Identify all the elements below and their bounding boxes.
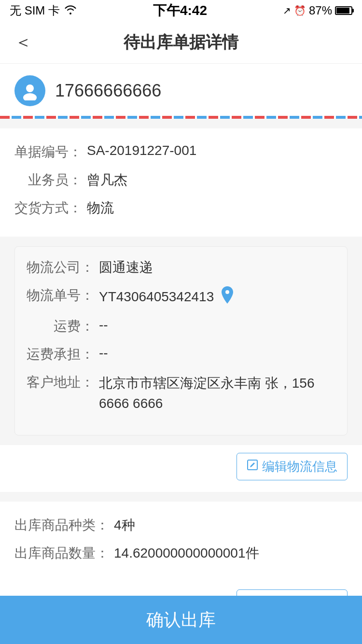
- edit-logistics-button[interactable]: 编辑物流信息: [237, 453, 348, 480]
- wifi-icon: [64, 4, 77, 17]
- delivery-label: 交货方式：: [14, 199, 82, 217]
- delivery-value: 物流: [87, 199, 348, 217]
- status-left: 无 SIM 卡: [10, 3, 77, 18]
- back-button[interactable]: ＜: [14, 30, 32, 54]
- section-gap-2: [0, 492, 362, 502]
- freight-bearer-label: 运费承担：: [27, 345, 94, 364]
- salesperson-row: 业务员： 曾凡杰: [14, 171, 348, 189]
- edit-icon: [247, 459, 258, 474]
- goods-quantity-label: 出库商品数量：: [14, 544, 109, 562]
- goods-types-label: 出库商品种类：: [14, 516, 109, 534]
- avatar: [14, 75, 45, 106]
- order-info-section: 单据编号： SA-20191227-001 业务员： 曾凡杰 交货方式： 物流: [0, 128, 362, 237]
- carrier-text: 无 SIM 卡: [10, 3, 60, 18]
- goods-types-value: 4种: [114, 516, 348, 534]
- logistics-company-label: 物流公司：: [27, 258, 94, 277]
- status-bar: 无 SIM 卡 下午4:42 ↗ ⏰ 87%: [0, 0, 362, 21]
- salesperson-value: 曾凡杰: [87, 171, 348, 189]
- battery-percent: 87%: [309, 4, 332, 17]
- page-title: 待出库单据详情: [42, 31, 320, 54]
- logistics-card: 物流公司： 圆通速递 物流单号： YT4306405342413 运费： -- …: [14, 246, 348, 435]
- tracking-label: 物流单号：: [27, 286, 94, 305]
- freight-bearer-value: --: [99, 345, 335, 361]
- goods-quantity-value: 14.620000000000001件: [114, 544, 348, 562]
- delivery-row: 交货方式： 物流: [14, 199, 348, 217]
- address-row: 客户地址： 北京市市辖区海淀区永丰南 张，156 6666 6666: [27, 373, 335, 414]
- status-right: ↗ ⏰ 87%: [283, 4, 352, 17]
- address-value: 北京市市辖区海淀区永丰南 张，156 6666 6666: [99, 373, 335, 414]
- customer-phone: 17666666666: [55, 81, 161, 101]
- svg-point-0: [26, 84, 34, 92]
- goods-types-row: 出库商品种类： 4种: [14, 516, 348, 534]
- alarm-icon: ⏰: [294, 5, 306, 16]
- order-no-value: SA-20191227-001: [87, 143, 348, 158]
- confirm-btn-text: 确认出库: [146, 608, 216, 632]
- logistics-company-row: 物流公司： 圆通速递: [27, 258, 335, 277]
- section-gap-1: [0, 119, 362, 128]
- tracking-number: YT4306405342413: [99, 289, 214, 305]
- edit-btn-label: 编辑物流信息: [262, 458, 337, 475]
- edit-btn-row: 编辑物流信息: [0, 445, 362, 492]
- salesperson-label: 业务员：: [14, 171, 82, 189]
- customer-header: 17666666666: [0, 64, 362, 116]
- nav-bar: ＜ 待出库单据详情: [0, 21, 362, 64]
- order-no-row: 单据编号： SA-20191227-001: [14, 143, 348, 161]
- goods-section: 出库商品种类： 4种 出库商品数量： 14.620000000000001件: [0, 502, 362, 582]
- svg-point-1: [23, 93, 37, 100]
- freight-label: 运费：: [27, 317, 94, 336]
- location-status-icon: ↗: [283, 5, 291, 16]
- freight-row: 运费： --: [27, 317, 335, 336]
- tracking-row: 物流单号： YT4306405342413: [27, 286, 335, 308]
- address-label: 客户地址：: [27, 373, 94, 392]
- order-no-label: 单据编号：: [14, 143, 82, 161]
- freight-value: --: [99, 317, 335, 333]
- tracking-value: YT4306405342413: [99, 286, 335, 308]
- battery-icon: [335, 6, 352, 15]
- freight-bearer-row: 运费承担： --: [27, 345, 335, 364]
- goods-quantity-row: 出库商品数量： 14.620000000000001件: [14, 544, 348, 562]
- confirm-btn-bar[interactable]: 确认出库: [0, 596, 362, 644]
- status-time: 下午4:42: [153, 1, 207, 20]
- tracking-location-icon[interactable]: [220, 286, 235, 308]
- logistics-company-value: 圆通速递: [99, 258, 335, 277]
